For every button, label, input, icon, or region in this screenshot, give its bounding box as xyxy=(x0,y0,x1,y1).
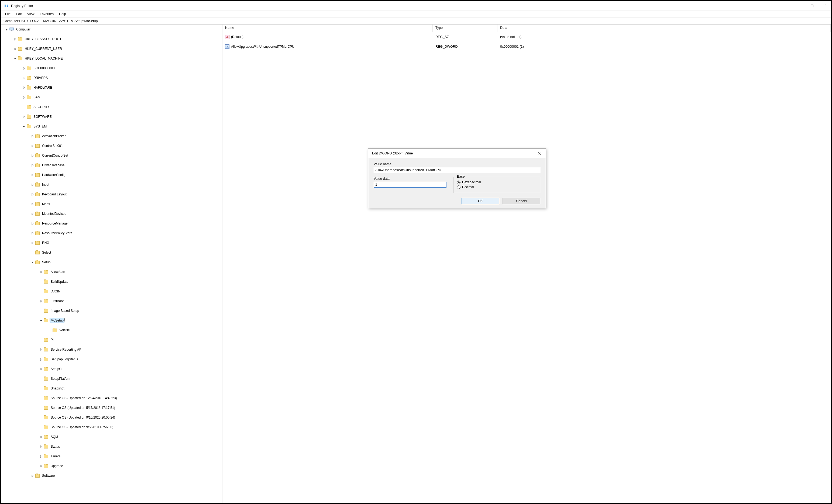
tree-node[interactable]: Software xyxy=(1,471,222,481)
tree-node[interactable]: ResourcePolicyStore xyxy=(1,228,222,238)
chevron-right-icon[interactable] xyxy=(39,435,43,439)
dialog-close-button[interactable] xyxy=(534,150,545,157)
chevron-right-icon[interactable] xyxy=(39,464,43,468)
menu-file[interactable]: File xyxy=(2,11,13,17)
menu-help[interactable]: Help xyxy=(56,11,69,17)
tree-node[interactable]: Input xyxy=(1,180,222,189)
tree-node[interactable]: SECURITY xyxy=(1,102,222,112)
tree-node[interactable]: SYSTEM xyxy=(1,122,222,131)
tree-node[interactable]: SetupCl xyxy=(1,364,222,374)
tree-node[interactable]: SetupPlatform xyxy=(1,374,222,383)
chevron-right-icon[interactable] xyxy=(39,348,43,351)
tree-node[interactable]: Pid xyxy=(1,335,222,345)
tree-node[interactable]: HardwareConfig xyxy=(1,170,222,180)
chevron-right-icon[interactable] xyxy=(39,270,43,274)
col-header-name[interactable]: Name xyxy=(223,25,433,32)
value-data-input[interactable] xyxy=(374,182,446,188)
tree-node[interactable]: RNG xyxy=(1,238,222,248)
chevron-right-icon[interactable] xyxy=(22,76,26,80)
chevron-right-icon[interactable] xyxy=(22,86,26,89)
tree-node[interactable]: CurrentControlSet xyxy=(1,151,222,160)
chevron-right-icon[interactable] xyxy=(30,202,34,206)
tree-node[interactable]: HKEY_CURRENT_USER xyxy=(1,44,222,54)
tree-node[interactable]: Status xyxy=(1,442,222,451)
menu-edit[interactable]: Edit xyxy=(13,11,25,17)
tree-node[interactable]: FirstBoot xyxy=(1,296,222,306)
tree-node[interactable]: SetupapiLogStatus xyxy=(1,354,222,364)
cancel-button[interactable]: Cancel xyxy=(502,198,540,204)
tree-node[interactable]: MountedDevices xyxy=(1,209,222,218)
chevron-right-icon[interactable] xyxy=(39,367,43,371)
tree-node[interactable]: DriverDatabase xyxy=(1,160,222,170)
chevron-right-icon[interactable] xyxy=(39,357,43,361)
chevron-right-icon[interactable] xyxy=(30,221,34,225)
tree-node[interactable]: Source OS (Updated on 12/24/2018 14:48:2… xyxy=(1,393,222,403)
chevron-right-icon[interactable] xyxy=(30,212,34,216)
value-row[interactable]: 110AllowUpgradesWithUnsupportedTPMorCPUR… xyxy=(223,42,831,51)
tree-node[interactable]: Snapshot xyxy=(1,383,222,393)
chevron-down-icon[interactable] xyxy=(30,260,34,264)
chevron-right-icon[interactable] xyxy=(13,37,17,41)
tree-node[interactable]: MoSetup xyxy=(1,316,222,325)
tree-node[interactable]: AllowStart xyxy=(1,267,222,277)
dialog-titlebar[interactable]: Edit DWORD (32-bit) Value xyxy=(368,149,546,158)
tree-node[interactable]: DJOIN xyxy=(1,287,222,296)
chevron-down-icon[interactable] xyxy=(22,125,26,128)
chevron-right-icon[interactable] xyxy=(30,474,34,478)
radio-hexadecimal[interactable]: Hexadecimal xyxy=(457,180,537,184)
ok-button[interactable]: OK xyxy=(462,198,499,204)
tree-node[interactable]: Service Reporting API xyxy=(1,345,222,354)
tree-node[interactable]: Timers xyxy=(1,451,222,461)
chevron-right-icon[interactable] xyxy=(30,192,34,196)
chevron-right-icon[interactable] xyxy=(30,144,34,148)
address-input[interactable] xyxy=(3,19,829,23)
tree-node[interactable]: Keyboard Layout xyxy=(1,189,222,199)
tree-node[interactable]: SOFTWARE xyxy=(1,112,222,122)
tree-node[interactable]: Upgrade xyxy=(1,461,222,471)
chevron-right-icon[interactable] xyxy=(39,445,43,449)
minimize-button[interactable] xyxy=(794,1,806,10)
chevron-right-icon[interactable] xyxy=(13,47,17,51)
chevron-right-icon[interactable] xyxy=(30,173,34,177)
menu-favorites[interactable]: Favorites xyxy=(37,11,56,17)
close-button[interactable] xyxy=(818,1,831,10)
chevron-right-icon[interactable] xyxy=(22,66,26,70)
chevron-right-icon[interactable] xyxy=(30,231,34,235)
tree-node[interactable]: BCD00000000 xyxy=(1,63,222,73)
chevron-down-icon[interactable] xyxy=(5,27,8,31)
chevron-right-icon[interactable] xyxy=(39,454,43,458)
tree-node[interactable]: HKEY_LOCAL_MACHINE xyxy=(1,54,222,63)
tree-node[interactable]: ControlSet001 xyxy=(1,141,222,151)
tree-node[interactable]: Image Based Setup xyxy=(1,306,222,316)
radio-decimal[interactable]: Decimal xyxy=(457,185,537,189)
chevron-right-icon[interactable] xyxy=(30,183,34,186)
chevron-right-icon[interactable] xyxy=(30,154,34,157)
value-name-input[interactable] xyxy=(374,167,540,173)
tree-node[interactable]: SQM xyxy=(1,432,222,442)
chevron-down-icon[interactable] xyxy=(39,319,43,322)
tree-node[interactable]: ResourceManager xyxy=(1,218,222,228)
chevron-right-icon[interactable] xyxy=(30,163,34,167)
tree-scroll[interactable]: ComputerHKEY_CLASSES_ROOTHKEY_CURRENT_US… xyxy=(1,25,222,503)
chevron-right-icon[interactable] xyxy=(39,299,43,303)
tree-node[interactable]: Source OS (Updated on 5/17/2018 17:17:51… xyxy=(1,403,222,413)
col-header-data[interactable]: Data xyxy=(497,25,831,32)
tree-node[interactable]: SAM xyxy=(1,92,222,102)
tree-node[interactable]: DRIVERS xyxy=(1,73,222,83)
chevron-down-icon[interactable] xyxy=(13,57,17,60)
chevron-right-icon[interactable] xyxy=(30,241,34,245)
tree-node[interactable]: Volatile xyxy=(1,325,222,335)
tree-node[interactable]: Maps xyxy=(1,199,222,209)
tree-node[interactable]: ActivationBroker xyxy=(1,131,222,141)
tree-node[interactable]: Source OS (Updated on 9/10/2020 20:05:24… xyxy=(1,413,222,422)
chevron-right-icon[interactable] xyxy=(22,115,26,118)
tree-node[interactable]: HARDWARE xyxy=(1,83,222,92)
tree-node[interactable]: Computer xyxy=(1,25,222,34)
tree-node[interactable]: Source OS (Updated on 9/5/2019 15:56:58) xyxy=(1,422,222,432)
menu-view[interactable]: View xyxy=(25,11,37,17)
tree-node[interactable]: Setup xyxy=(1,257,222,267)
value-row[interactable]: ab(Default)REG_SZ(value not set) xyxy=(223,32,831,42)
maximize-button[interactable] xyxy=(806,1,818,10)
col-header-type[interactable]: Type xyxy=(433,25,497,32)
tree-node[interactable]: BuildUpdate xyxy=(1,277,222,287)
